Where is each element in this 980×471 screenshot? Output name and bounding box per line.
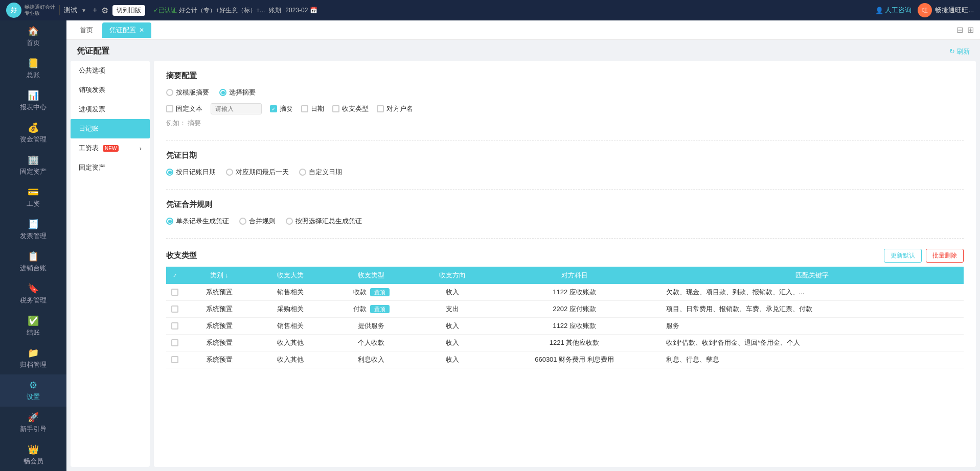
checkbox-summary[interactable]: ✓ 摘要 bbox=[270, 104, 293, 113]
row-category: 系统预置 bbox=[184, 351, 255, 368]
batch-delete-button[interactable]: 批量删除 bbox=[926, 249, 964, 263]
service-btn[interactable]: 👤 人工咨询 bbox=[875, 6, 911, 15]
checkbox-box-checked: ✓ bbox=[270, 105, 277, 112]
left-menu: 公共选项 销项发票 进项发票 日记账 工资表 NEW › bbox=[71, 61, 150, 467]
sidebar-item-label: 设置 bbox=[27, 392, 40, 402]
row-checkbox[interactable] bbox=[166, 335, 184, 351]
guide-icon: 🚀 bbox=[28, 412, 39, 423]
settings-icon[interactable]: ⚙ bbox=[101, 6, 108, 15]
product-tags: 好会计（专）+好生意（标）+... bbox=[179, 6, 265, 15]
tab-voucher-config[interactable]: 凭证配置 ✕ bbox=[102, 22, 151, 38]
sidebar-item-settings[interactable]: ⚙ 设置 bbox=[0, 374, 66, 407]
refresh-button[interactable]: ↻ 刷新 bbox=[949, 47, 970, 56]
sidebar-item-assets[interactable]: 🏢 固定资产 bbox=[0, 149, 66, 181]
radio-single[interactable]: 单条记录生成凭证 bbox=[166, 217, 229, 226]
purchase-sales-icon: 📋 bbox=[28, 251, 39, 262]
update-default-button[interactable]: 更新默认 bbox=[884, 249, 922, 263]
summary-radio-group: 按模版摘要 选择摘要 bbox=[166, 88, 964, 97]
radio-merge[interactable]: 合并规则 bbox=[239, 217, 276, 226]
row-account: 660301 财务费用 利息费用 bbox=[488, 351, 661, 368]
left-menu-public[interactable]: 公共选项 bbox=[71, 61, 150, 80]
sidebar-item-fund[interactable]: 💰 资金管理 bbox=[0, 117, 66, 149]
sidebar-item-purchase-sales[interactable]: 📋 进销台账 bbox=[0, 246, 66, 278]
checkbox-date[interactable]: 日期 bbox=[301, 104, 324, 113]
table-header-category: 类别 ↓ bbox=[184, 267, 255, 284]
user-name: 畅捷通旺旺... bbox=[935, 6, 974, 15]
sidebar-item-home[interactable]: 🏠 首页 bbox=[0, 20, 66, 53]
salary-icon: 💳 bbox=[28, 186, 39, 198]
row-checkbox[interactable] bbox=[166, 284, 184, 301]
expand-icon[interactable]: ⊞ bbox=[967, 25, 974, 35]
sidebar-item-archive[interactable]: 📁 归档管理 bbox=[0, 342, 66, 374]
closing-icon: ✅ bbox=[28, 315, 39, 326]
fixed-text-input[interactable] bbox=[211, 103, 262, 114]
row-major: 销售相关 bbox=[255, 318, 326, 335]
checkbox-box bbox=[301, 105, 308, 112]
calendar-icon[interactable]: 📅 bbox=[310, 7, 317, 14]
reports-icon: 📊 bbox=[28, 90, 39, 101]
sidebar-item-tax[interactable]: 🔖 税务管理 bbox=[0, 278, 66, 310]
left-menu-daily-ledger[interactable]: 日记账 bbox=[71, 119, 150, 138]
user-info: 旺 畅捷通旺旺... bbox=[918, 3, 974, 17]
table-header-direction: 收支方向 bbox=[417, 267, 488, 284]
table-header-keywords: 匹配关键字 bbox=[661, 267, 964, 284]
service-icon: 👤 bbox=[875, 7, 883, 14]
main-layout: 🏠 首页 📒 总账 📊 报表中心 💰 资金管理 🏢 固定资产 💳 工资 🧾 发票… bbox=[0, 20, 980, 471]
sidebar-item-reports[interactable]: 📊 报表中心 bbox=[0, 85, 66, 117]
row-direction: 支出 bbox=[417, 301, 488, 318]
checkbox-box bbox=[332, 105, 339, 112]
radio-custom[interactable]: 自定义日期 bbox=[299, 168, 342, 177]
page-header: 凭证配置 ↻ 刷新 bbox=[66, 40, 980, 57]
radio-circle-checked bbox=[166, 218, 173, 225]
radio-template[interactable]: 按模版摘要 bbox=[166, 88, 209, 97]
sidebar-item-label: 归档管理 bbox=[20, 360, 47, 369]
minimize-icon[interactable]: ⊟ bbox=[956, 25, 963, 35]
row-checkbox[interactable] bbox=[166, 318, 184, 335]
left-menu-fixed-assets[interactable]: 固定资产 bbox=[71, 158, 150, 177]
checkbox-fixed-text[interactable]: 固定文本 bbox=[166, 104, 202, 113]
left-menu-purchase-invoice[interactable]: 进项发票 bbox=[71, 100, 150, 119]
radio-by-select[interactable]: 按照选择汇总生成凭证 bbox=[286, 217, 362, 226]
sidebar-item-closing[interactable]: ✅ 结账 bbox=[0, 310, 66, 342]
add-button[interactable]: + bbox=[93, 6, 97, 15]
radio-by-date[interactable]: 按日记账日期 bbox=[166, 168, 216, 177]
table-row: 系统预置 采购相关 付款 置顶 支出 2202 应付账款 项目、日常费用、报销款… bbox=[166, 301, 964, 318]
sidebar-item-label: 税务管理 bbox=[20, 296, 47, 305]
sidebar-item-guide[interactable]: 🚀 新手引导 bbox=[0, 407, 66, 439]
row-account: 1221 其他应收款 bbox=[488, 335, 661, 351]
radio-select[interactable]: 选择摘要 bbox=[219, 88, 256, 97]
sidebar-item-ledger[interactable]: 📒 总账 bbox=[0, 53, 66, 85]
row-direction: 收入 bbox=[417, 351, 488, 368]
left-menu-payroll[interactable]: 工资表 NEW › bbox=[71, 138, 150, 158]
sidebar-item-label: 畅会员 bbox=[24, 457, 43, 466]
row-category: 系统预置 bbox=[184, 318, 255, 335]
content-area: 首页 凭证配置 ✕ ⊟ ⊞ 凭证配置 ↻ 刷新 公共选项 bbox=[66, 20, 980, 471]
table-header-checkbox[interactable]: ✓ bbox=[166, 267, 184, 284]
row-category: 系统预置 bbox=[184, 284, 255, 301]
switch-version-button[interactable]: 切到旧版 bbox=[112, 5, 145, 16]
type-tag[interactable]: 置顶 bbox=[370, 305, 390, 313]
table-row: 系统预置 收入其他 利息收入 收入 660301 财务费用 利息费用 利息、行息… bbox=[166, 351, 964, 368]
tab-bar-actions: ⊟ ⊞ bbox=[956, 25, 974, 35]
row-checkbox[interactable] bbox=[166, 351, 184, 368]
fund-icon: 💰 bbox=[28, 122, 39, 133]
radio-circle-checked bbox=[219, 89, 226, 96]
sidebar-item-member[interactable]: 👑 畅会员 bbox=[0, 439, 66, 471]
page-title: 凭证配置 bbox=[77, 46, 109, 57]
sidebar-item-salary[interactable]: 💳 工资 bbox=[0, 181, 66, 214]
checkbox-type[interactable]: 收支类型 bbox=[332, 104, 369, 113]
row-account: 2202 应付账款 bbox=[488, 301, 661, 318]
checkbox-counterparty[interactable]: 对方户名 bbox=[377, 104, 413, 113]
row-checkbox[interactable] bbox=[166, 301, 184, 318]
sidebar-item-invoice-mgmt[interactable]: 🧾 发票管理 bbox=[0, 214, 66, 246]
type-tag[interactable]: 置顶 bbox=[370, 288, 390, 296]
sidebar: 🏠 首页 📒 总账 📊 报表中心 💰 资金管理 🏢 固定资产 💳 工资 🧾 发票… bbox=[0, 20, 66, 471]
row-type: 个人收款 bbox=[326, 335, 417, 351]
row-major: 收入其他 bbox=[255, 335, 326, 351]
tab-home[interactable]: 首页 bbox=[73, 22, 100, 38]
left-menu-sales-invoice[interactable]: 销项发票 bbox=[71, 80, 150, 100]
chevron-down-icon[interactable]: ▼ bbox=[81, 8, 86, 13]
sidebar-item-label: 资金管理 bbox=[20, 135, 47, 144]
radio-last-day[interactable]: 对应期间最后一天 bbox=[226, 168, 289, 177]
tab-close-icon[interactable]: ✕ bbox=[139, 27, 144, 34]
